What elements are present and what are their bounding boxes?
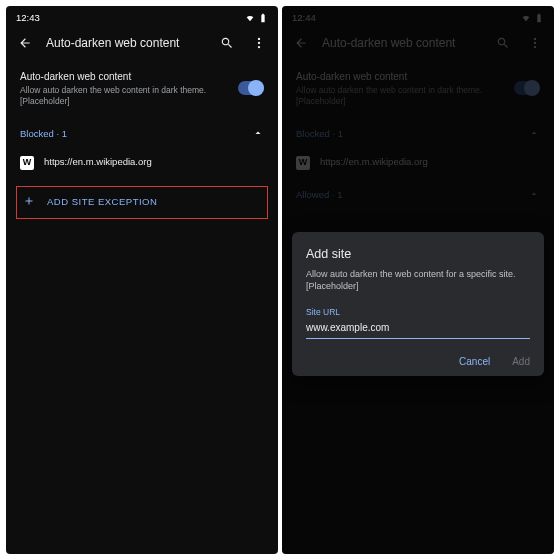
site-url-field[interactable]: Site URL www.example.com (306, 307, 530, 339)
dialog-actions: Cancel Add (306, 355, 530, 368)
more-vert-icon (252, 36, 266, 50)
add-site-exception-button[interactable]: ADD SITE EXCEPTION (16, 186, 268, 219)
chevron-up-icon (252, 127, 264, 139)
blocked-section-header[interactable]: Blocked · 1 (6, 117, 278, 148)
battery-icon (258, 13, 268, 23)
plus-icon (23, 195, 35, 210)
back-button[interactable] (16, 34, 34, 52)
blocked-label: Blocked · 1 (20, 128, 67, 140)
phone-left: 12:43 Auto-darken web content Auto-darke… (6, 6, 278, 554)
wifi-icon (245, 13, 255, 23)
status-icons (245, 12, 268, 24)
cancel-button[interactable]: Cancel (459, 355, 490, 368)
setting-name: Auto-darken web content (20, 70, 238, 83)
site-url: https://en.m.wikipedia.org (44, 156, 152, 168)
toggle-switch[interactable] (238, 81, 264, 95)
setting-row[interactable]: Auto-darken web content Allow auto darke… (6, 62, 278, 116)
search-button[interactable] (218, 34, 236, 52)
wikipedia-favicon: W (20, 156, 34, 170)
clock: 12:43 (16, 12, 40, 24)
collapse-button[interactable] (252, 127, 264, 142)
phone-right: 12:44 Auto-darken web content Auto-darke… (282, 6, 554, 554)
arrow-back-icon (18, 36, 32, 50)
status-bar: 12:43 (6, 6, 278, 26)
dialog-desc: Allow auto darken the web content for a … (306, 268, 530, 292)
setting-desc: Allow auto darken the web content in dar… (20, 85, 238, 106)
add-site-dialog: Add site Allow auto darken the web conte… (292, 232, 544, 376)
add-button[interactable]: Add (512, 355, 530, 368)
add-label: ADD SITE EXCEPTION (47, 196, 157, 208)
site-url-input[interactable]: www.example.com (306, 321, 530, 339)
page-title: Auto-darken web content (46, 36, 218, 52)
search-icon (220, 36, 234, 50)
dialog-title: Add site (306, 246, 530, 262)
field-label: Site URL (306, 307, 530, 318)
more-button[interactable] (250, 34, 268, 52)
app-bar: Auto-darken web content (6, 26, 278, 62)
site-row[interactable]: W https://en.m.wikipedia.org (6, 148, 278, 178)
